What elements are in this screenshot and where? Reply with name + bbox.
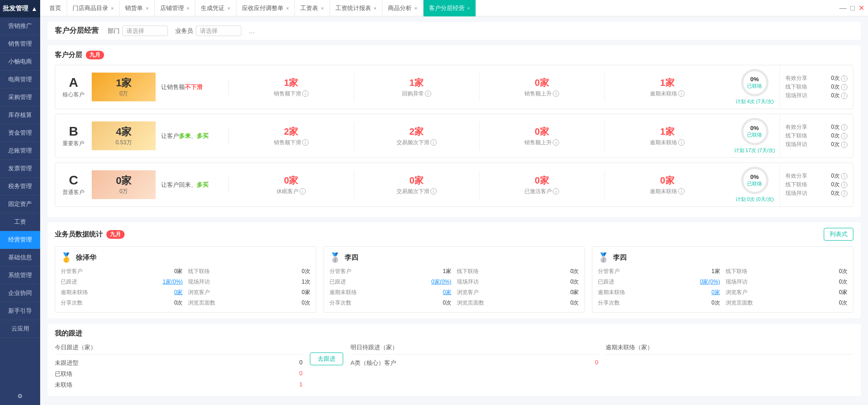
- tab-店铺管理[interactable]: 店铺管理×: [155, 0, 195, 16]
- info-icon[interactable]: i: [841, 124, 847, 131]
- tab-应收应付调整单[interactable]: 应收应付调整单×: [236, 0, 295, 16]
- info-icon[interactable]: i: [553, 90, 559, 97]
- tier-stat-item[interactable]: 1家逾期未联络 i: [605, 122, 730, 150]
- followup-grid: 今日跟进（家） 未跟进型0已联络0未联络1 去跟进 明日待跟进（家） A类（核心…: [55, 343, 853, 390]
- sidebar-item-销售管理[interactable]: 销售管理: [0, 35, 40, 53]
- sidebar-item-小畅电商[interactable]: 小畅电商: [0, 53, 40, 71]
- info-icon[interactable]: i: [678, 188, 685, 195]
- staff-stat-val[interactable]: 0家: [443, 289, 451, 296]
- sidebar-item-总账管理[interactable]: 总账管理: [0, 142, 40, 160]
- dept-select[interactable]: 请选择: [122, 26, 168, 36]
- tier-count-main-B: 4家: [116, 125, 131, 139]
- window-restore-icon[interactable]: □: [850, 4, 855, 12]
- list-view-button[interactable]: 列表式: [824, 228, 853, 241]
- staff-stat-val[interactable]: 1家(0%): [162, 278, 183, 286]
- info-icon[interactable]: i: [678, 139, 685, 146]
- info-icon[interactable]: i: [302, 90, 309, 97]
- info-icon[interactable]: i: [841, 182, 847, 188]
- info-icon[interactable]: i: [841, 93, 847, 99]
- tier-stat-item[interactable]: 1家逾期未联络 i: [605, 73, 730, 101]
- tab-销货单[interactable]: 销货单×: [120, 0, 154, 16]
- tab-工资表[interactable]: 工资表×: [295, 0, 329, 16]
- tier-stat-item[interactable]: 0家已激活客户 i: [480, 171, 605, 199]
- tier-stat-item[interactable]: 0家交易频次下滑 i: [354, 171, 480, 199]
- tier-count-B: 4家0.53万: [92, 121, 156, 150]
- sidebar-item-资金管理[interactable]: 资金管理: [0, 124, 40, 142]
- tab-close-商品分析[interactable]: ×: [414, 5, 417, 11]
- info-icon[interactable]: i: [841, 142, 847, 148]
- info-icon[interactable]: i: [841, 75, 847, 82]
- tier-stat-item[interactable]: 0家休眠客户 i: [229, 171, 354, 199]
- staff-stat-label: 分享次数: [61, 299, 83, 307]
- sidebar-top[interactable]: 批发管理 ▲: [0, 0, 40, 17]
- goto-followup-button[interactable]: 去跟进: [310, 352, 343, 365]
- sidebar-item-电商管理[interactable]: 电商管理: [0, 71, 40, 89]
- overdue-col-title: 逾期未联络（家）: [606, 343, 853, 355]
- filter-more-dots[interactable]: ...: [249, 27, 255, 35]
- info-icon[interactable]: i: [425, 90, 431, 97]
- staff-stat-val[interactable]: 0家(0%): [431, 278, 451, 286]
- tab-客户分层经营[interactable]: 客户分层经营×: [424, 0, 476, 16]
- info-icon[interactable]: i: [841, 84, 847, 90]
- info-icon[interactable]: i: [302, 139, 309, 146]
- tab-门店商品目录[interactable]: 门店商品目录×: [67, 0, 120, 16]
- sidebar-item-企业协同[interactable]: 企业协同: [0, 284, 40, 302]
- tab-close-店铺管理[interactable]: ×: [187, 5, 189, 11]
- info-icon[interactable]: i: [430, 139, 437, 146]
- tier-stat-item[interactable]: 1家回购异常 i: [354, 73, 480, 101]
- window-minimize-icon[interactable]: —: [839, 4, 847, 12]
- right-stat-row: 有效分享0次 i: [785, 123, 847, 131]
- staff-name-row: 🥈李四: [598, 252, 847, 263]
- info-icon[interactable]: i: [841, 173, 847, 179]
- window-close-icon[interactable]: ✕: [858, 4, 864, 12]
- info-icon[interactable]: i: [430, 188, 437, 195]
- sidebar-item-经营管理[interactable]: 经营管理: [0, 231, 40, 249]
- staff-stat-label: 分管客户: [329, 268, 351, 275]
- sidebar-settings[interactable]: ⚙: [0, 387, 40, 405]
- sidebar-item-云应用[interactable]: 云应用: [0, 320, 40, 338]
- sidebar-item-工资[interactable]: 工资: [0, 213, 40, 231]
- tab-close-销货单[interactable]: ×: [146, 5, 148, 11]
- info-icon[interactable]: i: [553, 188, 559, 195]
- sidebar-item-新手引导[interactable]: 新手引导: [0, 302, 40, 320]
- staff-stat-val[interactable]: 0家: [711, 289, 720, 296]
- info-icon[interactable]: i: [678, 90, 685, 97]
- tab-close-生成凭证[interactable]: ×: [227, 5, 230, 11]
- tier-suggestion-B: 让客户多来、多买: [156, 128, 229, 144]
- tier-stat-item[interactable]: 2家交易频次下滑 i: [354, 122, 480, 150]
- tab-商品分析[interactable]: 商品分析×: [382, 0, 423, 16]
- tier-stat-item[interactable]: 0家销售额上升 i: [480, 122, 605, 150]
- tab-工资统计报表[interactable]: 工资统计报表×: [330, 0, 382, 16]
- info-icon[interactable]: i: [841, 190, 847, 197]
- sidebar-item-固定资产[interactable]: 固定资产: [0, 195, 40, 213]
- tab-close-客户分层经营[interactable]: ×: [467, 5, 470, 11]
- circle-sub-B: 计划 17次 (7天/次): [734, 147, 775, 154]
- tab-首页[interactable]: 首页: [44, 0, 67, 16]
- tier-stat-item[interactable]: 1家销售额下滑 i: [229, 73, 354, 101]
- sidebar-collapse-icon[interactable]: ▲: [31, 5, 37, 12]
- tab-生成凭证[interactable]: 生成凭证×: [195, 0, 236, 16]
- sidebar-item-基础信息[interactable]: 基础信息: [0, 249, 40, 267]
- sidebar-item-营销推广[interactable]: 营销推广: [0, 17, 40, 35]
- stat-value: 1家: [409, 77, 424, 89]
- staff-stat-val[interactable]: 0家(0%): [700, 278, 720, 286]
- sidebar-item-采购管理[interactable]: 采购管理: [0, 89, 40, 106]
- tab-close-工资统计报表[interactable]: ×: [374, 5, 376, 11]
- tab-close-工资表[interactable]: ×: [321, 5, 324, 11]
- staff-stat-val[interactable]: 0家: [174, 289, 183, 296]
- tab-close-门店商品目录[interactable]: ×: [111, 5, 114, 11]
- info-icon[interactable]: i: [553, 139, 559, 146]
- sidebar-item-税务管理[interactable]: 税务管理: [0, 178, 40, 195]
- tab-close-应收应付调整单[interactable]: ×: [286, 5, 289, 11]
- sidebar-item-发票管理[interactable]: 发票管理: [0, 160, 40, 178]
- tier-stat-item[interactable]: 0家销售额上升 i: [480, 73, 605, 101]
- tier-stat-item[interactable]: 2家销售额下滑 i: [229, 122, 354, 150]
- tier-stat-item[interactable]: 0家逾期未联络 i: [605, 171, 730, 199]
- staff-stat-right-row: 线下联络0次: [188, 268, 310, 275]
- sidebar-item-库存核算[interactable]: 库存核算: [0, 106, 40, 124]
- sidebar-item-系统管理[interactable]: 系统管理: [0, 267, 40, 284]
- staff-select[interactable]: 请选择: [196, 26, 241, 36]
- info-icon[interactable]: i: [841, 133, 847, 139]
- info-icon[interactable]: i: [299, 188, 306, 195]
- stat-label: 逾期未联络 i: [650, 90, 685, 98]
